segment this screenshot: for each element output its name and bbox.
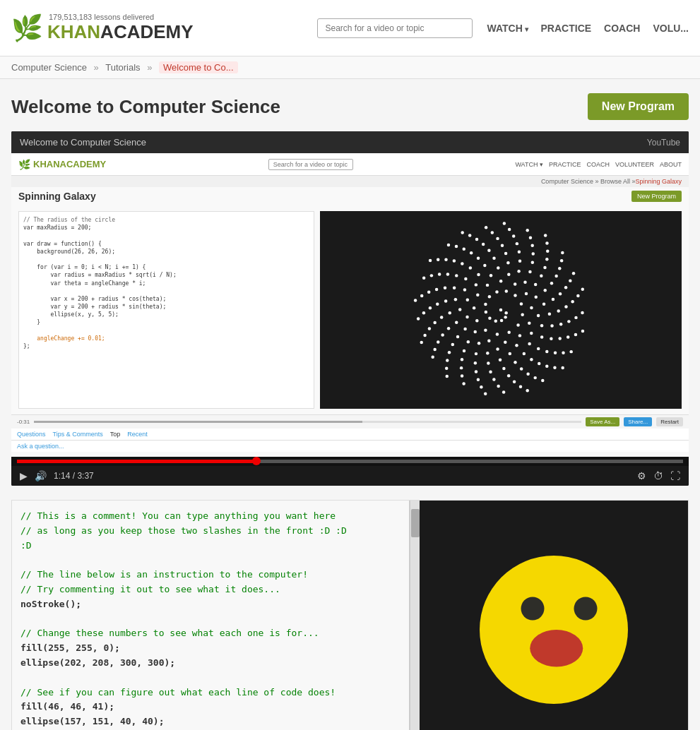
nav-coach[interactable]: COACH [604,23,640,34]
svg-point-127 [554,352,557,354]
svg-point-179 [502,390,505,393]
nav-watch[interactable]: WATCH [487,23,528,34]
svg-point-86 [531,261,534,264]
svg-point-15 [507,330,510,333]
svg-point-38 [537,314,540,317]
svg-point-103 [520,367,523,370]
nav-area: WATCH PRACTICE COACH VOLU... [317,18,689,38]
svg-point-53 [509,352,511,355]
svg-point-196 [429,259,432,262]
svg-point-69 [449,311,451,314]
mini-ask[interactable]: Ask a question... [11,441,689,452]
svg-point-17 [484,328,487,331]
new-program-button[interactable]: New Program [588,93,689,120]
svg-point-52 [528,342,530,345]
svg-point-149 [546,250,549,253]
svg-point-106 [441,333,444,336]
svg-point-92 [474,361,477,364]
svg-point-94 [440,316,443,318]
svg-point-58 [464,277,467,280]
video-screenshot[interactable]: 🌿 KHANACADEMY WATCH ▾ PRACTICE COACH VOL… [11,153,689,457]
mini-tab-top[interactable]: Top [110,431,121,438]
mini-bottom-bar: -0:31 Save As... Share... Restart [11,414,689,429]
svg-point-85 [504,252,507,255]
svg-point-66 [499,359,502,361]
mini-tabs: Questions Tips & Comments Top Recent [11,429,689,441]
svg-point-10 [505,289,508,292]
svg-point-62 [544,289,547,292]
fullscreen-icon[interactable]: ⛶ [670,470,680,481]
video-progress-bar[interactable] [17,460,683,463]
mini-share-button[interactable]: Share... [624,417,652,426]
time-display: 1:14 / 3:37 [54,471,94,481]
svg-point-197 [461,231,463,234]
svg-point-186 [526,229,528,232]
code-content: // This is a comment! You can type anyth… [20,509,401,729]
svg-point-184 [447,244,450,246]
svg-point-14 [516,323,519,326]
svg-point-187 [561,251,564,254]
svg-point-104 [489,370,492,373]
svg-point-168 [445,367,448,370]
mini-save-button[interactable]: Save As... [586,417,619,426]
svg-point-47 [497,266,499,269]
svg-point-199 [544,234,547,237]
play-button[interactable]: ▶ [20,470,28,481]
svg-point-29 [487,340,490,342]
svg-point-61 [528,270,531,273]
mini-ka-nav: WATCH ▾ PRACTICE COACH VOLUNTEER ABOUT [515,161,682,168]
svg-point-7 [484,303,487,306]
editor-scrollbar[interactable] [410,501,420,730]
svg-point-166 [519,385,522,388]
svg-point-36 [523,281,526,284]
breadcrumb-item-cs[interactable]: Computer Science [11,62,87,73]
svg-point-180 [462,382,465,385]
svg-point-72 [492,256,495,259]
page-header: Welcome to Computer Science New Program [11,93,689,120]
svg-point-128 [526,372,529,375]
search-input[interactable] [317,18,473,38]
svg-point-125 [564,286,567,289]
svg-point-147 [475,238,478,241]
mini-program-title: Spinning Galaxy [18,191,96,202]
settings-icon[interactable]: ⚙ [637,470,646,481]
svg-point-178 [541,379,544,382]
svg-point-19 [473,306,475,309]
mini-tab-recent[interactable]: Recent [127,431,148,438]
svg-point-191 [526,389,528,392]
svg-point-50 [542,303,545,306]
nav-volunteer[interactable]: VOLU... [653,23,689,34]
svg-point-160 [491,231,494,234]
mini-tab-tips[interactable]: Tips & Comments [53,431,103,438]
svg-point-26 [528,321,530,324]
lessons-count: 179,513,183 lessons delivered [49,13,194,21]
code-editor[interactable]: // This is a comment! You can type anyth… [12,501,410,730]
svg-point-32 [466,299,469,301]
breadcrumb-sep1: » [94,62,99,73]
mini-restart-button[interactable]: Restart [656,417,683,426]
svg-point-139 [566,335,569,338]
svg-point-162 [560,259,563,262]
svg-point-9 [495,290,498,293]
svg-point-54 [486,352,489,354]
svg-point-112 [554,275,557,277]
svg-point-188 [581,287,584,290]
svg-point-118 [448,351,451,354]
svg-point-71 [469,266,472,269]
volume-icon[interactable]: 🔊 [35,470,47,481]
mini-ka-logo: KHANACADEMY [33,159,106,169]
timer-icon[interactable]: ⏱ [653,470,663,481]
svg-point-83 [455,274,458,277]
mini-ka-header: 🌿 KHANACADEMY WATCH ▾ PRACTICE COACH VOL… [11,153,689,176]
nav-practice[interactable]: PRACTICE [541,23,592,34]
smiley-right-eye [574,597,598,620]
svg-point-44 [458,308,461,311]
breadcrumb-item-tutorials[interactable]: Tutorials [105,62,140,73]
svg-point-95 [444,287,446,289]
mini-tab-questions[interactable]: Questions [17,431,46,438]
svg-point-51 [540,324,543,327]
smiley-svg [469,534,639,704]
video-progress-fill [17,460,256,463]
mini-new-program-button[interactable]: New Program [631,191,682,202]
mini-search-input[interactable] [268,159,353,170]
